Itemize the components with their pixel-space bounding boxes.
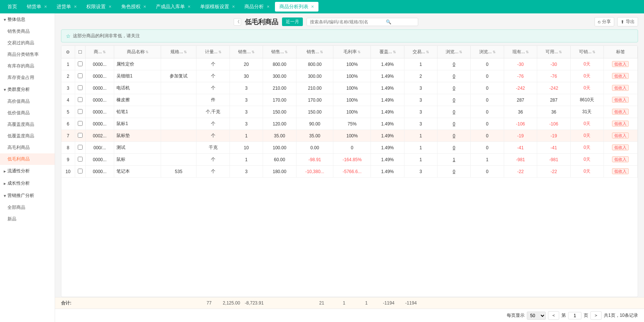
nav-analysis-close[interactable]: × xyxy=(267,4,270,9)
col-sale-qty[interactable]: 销售...⇅ xyxy=(230,46,263,58)
search-icon[interactable]: 🔍 xyxy=(386,19,391,25)
col-coverage[interactable]: 覆盖...⇅ xyxy=(371,46,404,58)
cell-coverage: 1.49% xyxy=(371,94,404,106)
nav-analysis-list[interactable]: 商品分析列表 × xyxy=(275,2,318,12)
sidebar-item-low-coverage[interactable]: 低覆盖度商品 xyxy=(0,130,55,142)
cell-browse1[interactable]: 0 xyxy=(438,82,471,94)
cell-checkbox[interactable] xyxy=(75,58,85,70)
nav-roles[interactable]: 角色授权 × xyxy=(117,2,151,12)
cell-sale-amount: -98.91 xyxy=(296,154,333,166)
cell-name[interactable]: 鼠标垫 xyxy=(114,130,161,142)
cell-name[interactable]: 笔记本 xyxy=(114,166,161,178)
sidebar-group-growth[interactable]: ▸ 成长性分析 xyxy=(0,177,55,189)
sidebar-item-low-value[interactable]: 低价值商品 xyxy=(0,107,55,119)
share-button[interactable]: ⎋ 分享 xyxy=(595,17,614,26)
col-code[interactable]: 商...⇅ xyxy=(85,46,114,58)
cell-current: -30 xyxy=(504,58,537,70)
col-settings[interactable]: ⚙ xyxy=(61,46,75,58)
col-trade[interactable]: 交易...⇅ xyxy=(404,46,437,58)
nav-analysis[interactable]: 商品分析 × xyxy=(240,2,274,12)
col-sale-amount[interactable]: 销售...⇅ xyxy=(296,46,333,58)
cell-name[interactable]: 电话机 xyxy=(114,82,161,94)
nav-purchase-close[interactable]: × xyxy=(74,4,77,9)
per-page-select[interactable]: 50 20 100 xyxy=(527,312,546,320)
col-sale-price[interactable]: 销售...⇅ xyxy=(263,46,296,58)
nav-products[interactable]: 产成品入库单 × xyxy=(151,2,195,12)
sidebar-collapse-button[interactable]: 《 xyxy=(234,18,241,26)
sidebar-item-low-margin[interactable]: 低毛利商品 xyxy=(0,153,55,165)
nav-templates-close[interactable]: × xyxy=(232,4,235,9)
nav-permissions-close[interactable]: × xyxy=(109,4,112,9)
cell-browse1[interactable]: 0 xyxy=(438,106,471,118)
cell-browse1[interactable]: 1 xyxy=(438,154,471,166)
sidebar-group-flow[interactable]: ▸ 流通性分析 xyxy=(0,165,55,177)
nav-purchase[interactable]: 进货单 × xyxy=(52,2,81,12)
col-browse1[interactable]: 浏览...⇅ xyxy=(438,46,471,58)
nav-products-close[interactable]: × xyxy=(188,4,191,9)
search-input[interactable] xyxy=(310,19,384,25)
cell-name[interactable]: 鼠标 xyxy=(114,154,161,166)
cell-checkbox[interactable] xyxy=(75,166,85,178)
page-number-input[interactable] xyxy=(568,312,581,319)
sidebar-item-sales-goods[interactable]: 销售类商品 xyxy=(0,26,55,37)
col-browse2[interactable]: 浏览...⇅ xyxy=(471,46,504,58)
col-tag[interactable]: 标签 xyxy=(603,46,637,58)
export-button[interactable]: ⬆ 导出 xyxy=(617,17,638,26)
col-gross-rate[interactable]: 毛利率⇅ xyxy=(333,46,371,58)
cell-name[interactable]: 测试 xyxy=(114,142,161,154)
cell-checkbox[interactable] xyxy=(75,106,85,118)
filter-recent-month-button[interactable]: 近一月 xyxy=(282,17,303,26)
cell-browse1[interactable]: 0 xyxy=(438,70,471,82)
cell-checkbox[interactable] xyxy=(75,142,85,154)
sidebar-group-overall[interactable]: ▾ 整体信息 xyxy=(0,13,55,26)
data-table-container[interactable]: ⚙ ☐ 商...⇅ 商品名称⇅ 规格...⇅ 计量...⇅ 销售...⇅ 销售.… xyxy=(61,45,638,297)
cell-checkbox[interactable] xyxy=(75,94,85,106)
col-spec[interactable]: 规格...⇅ xyxy=(161,46,196,58)
nav-sales[interactable]: 销货单 × xyxy=(22,2,51,12)
sidebar-group-cluster[interactable]: ▾ 类群度分析 xyxy=(0,83,55,96)
cell-name[interactable]: 鼠标1 xyxy=(114,118,161,130)
col-unit[interactable]: 计量...⇅ xyxy=(196,46,230,58)
nav-templates[interactable]: 单据模板设置 × xyxy=(196,2,239,12)
cell-browse1[interactable]: 0 xyxy=(438,130,471,142)
nav-permissions[interactable]: 权限设置 × xyxy=(82,2,116,12)
prev-page-button[interactable]: ＜ xyxy=(548,311,559,320)
cell-browse1[interactable]: 0 xyxy=(438,166,471,178)
sidebar-item-new-goods[interactable]: 新品 xyxy=(0,213,55,225)
col-name[interactable]: 商品名称⇅ xyxy=(114,46,161,58)
cell-name[interactable]: 属性定价 xyxy=(114,58,161,70)
sidebar-item-stocked[interactable]: 有库存的商品 xyxy=(0,60,55,72)
sidebar-item-traded-goods[interactable]: 交易过的商品 xyxy=(0,37,55,49)
sidebar-item-capital[interactable]: 库存资金占用 xyxy=(0,72,55,83)
col-checkbox[interactable]: ☐ xyxy=(75,46,85,58)
cell-browse1[interactable]: 0 xyxy=(438,58,471,70)
cell-browse1[interactable]: 0 xyxy=(438,94,471,106)
cell-name[interactable]: 橡皮擦 xyxy=(114,94,161,106)
sidebar-item-all-goods[interactable]: 全部商品 xyxy=(0,202,55,213)
col-available[interactable]: 可用...⇅ xyxy=(537,46,570,58)
share-icon: ⎋ xyxy=(598,19,600,25)
cell-name[interactable]: 铅笔1 xyxy=(114,106,161,118)
cell-checkbox[interactable] xyxy=(75,82,85,94)
col-sellable[interactable]: 可销...⇅ xyxy=(570,46,603,58)
nav-roles-close[interactable]: × xyxy=(143,4,146,9)
cell-browse1[interactable]: 0 xyxy=(438,118,471,130)
sidebar-item-high-value[interactable]: 高价值商品 xyxy=(0,96,55,107)
nav-analysis-list-close[interactable]: × xyxy=(311,4,314,9)
col-current[interactable]: 现有...⇅ xyxy=(504,46,537,58)
sidebar-item-high-margin[interactable]: 高毛利商品 xyxy=(0,142,55,153)
cell-name[interactable]: 吴细细1 xyxy=(114,70,161,82)
nav-sales-close[interactable]: × xyxy=(44,4,47,9)
nav-home[interactable]: 首页 xyxy=(3,2,22,12)
cell-checkbox[interactable] xyxy=(75,70,85,82)
cell-browse2: 0 xyxy=(471,142,504,154)
sidebar-group-flow-label: 流通性分析 xyxy=(7,168,30,174)
sidebar-group-marketing[interactable]: ▾ 营销推广分析 xyxy=(0,189,55,202)
cell-checkbox[interactable] xyxy=(75,154,85,166)
next-page-button[interactable]: ＞ xyxy=(590,311,602,320)
sidebar-item-category-rate[interactable]: 商品分类销售率 xyxy=(0,49,55,60)
cell-checkbox[interactable] xyxy=(75,118,85,130)
cell-checkbox[interactable] xyxy=(75,130,85,142)
cell-browse1[interactable]: 0 xyxy=(438,142,471,154)
sidebar-item-high-coverage[interactable]: 高覆盖度商品 xyxy=(0,119,55,130)
